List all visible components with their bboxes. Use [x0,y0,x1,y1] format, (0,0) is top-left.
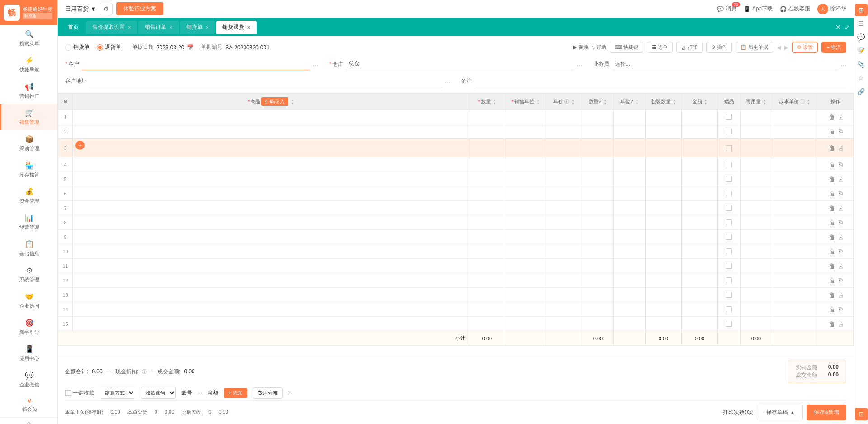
qty-cell[interactable] [469,139,505,157]
price-cell[interactable] [546,288,582,302]
unit2-cell[interactable] [614,273,646,288]
price-cell[interactable] [546,317,582,331]
unit-cell[interactable] [505,259,546,273]
copy-row-btn[interactable]: ⎘ [838,276,843,285]
product-cell[interactable]: + [73,139,469,157]
qty-cell[interactable] [469,124,505,139]
avail-sort-icon[interactable]: ▲▼ [763,99,766,105]
pack-qty-cell[interactable] [646,124,682,139]
gift-cell[interactable] [718,201,741,215]
unit-cell[interactable] [505,201,546,215]
qty-cell[interactable] [469,172,505,186]
product-cell[interactable] [73,317,469,331]
product-cell[interactable] [73,273,469,288]
delete-row-btn[interactable]: 🗑 [828,262,836,271]
copy-row-btn[interactable]: ⎘ [838,218,843,227]
cost-price-cell[interactable] [772,139,817,157]
right-panel-star[interactable]: ☆ [855,71,868,84]
price-cell[interactable] [546,139,582,157]
copy-row-btn[interactable]: ⎘ [838,305,843,314]
available-cell[interactable] [741,244,772,259]
unit-cell[interactable] [505,317,546,331]
sidebar-item-search[interactable]: 🔍 搜索菜单 [0,25,57,52]
delete-row-btn[interactable]: 🗑 [828,204,836,213]
gift-checkbox[interactable] [726,306,732,312]
gift-checkbox[interactable] [726,114,732,120]
sidebar-item-operations[interactable]: 📊 经营管理 [0,209,57,235]
cost-price-cell[interactable] [772,259,817,273]
collect-checkbox-icon[interactable] [65,390,71,396]
gift-checkbox[interactable] [726,321,732,327]
copy-row-btn[interactable]: ⎘ [838,143,843,152]
qty-cell[interactable] [469,215,505,230]
unit2-cell[interactable] [614,288,646,302]
salesman-input[interactable] [612,57,838,70]
add-product-btn[interactable]: + [75,141,85,150]
amount-cell[interactable] [682,139,718,157]
product-cell[interactable] [73,124,469,139]
copy-row-btn[interactable]: ⎘ [838,189,843,198]
available-cell[interactable] [741,317,772,331]
copy-row-btn[interactable]: ⎘ [838,175,843,184]
unit2-cell[interactable] [614,317,646,331]
address-dots[interactable]: ... [445,77,450,85]
pack-qty-cell[interactable] [646,273,682,288]
tab-price-setting[interactable]: 售价提取设置 ✕ [86,21,137,34]
gift-checkbox[interactable] [726,176,732,182]
tab-expand-icon[interactable]: ⤢ [844,24,850,31]
sidebar-item-vip[interactable]: V 畅会员 [0,393,57,417]
gift-cell[interactable] [718,139,741,157]
unit2-cell[interactable] [614,157,646,172]
pack-qty-cell[interactable] [646,302,682,317]
online-service-btn[interactable]: 🎧 在线客服 [780,5,810,13]
scan-btn[interactable]: 扫码录入 [261,97,288,106]
unit2-cell[interactable] [614,139,646,157]
unit2-cell[interactable] [614,201,646,215]
qty2-cell[interactable] [582,139,614,157]
gift-checkbox[interactable] [726,292,732,298]
unit-cell[interactable] [505,157,546,172]
sidebar-item-sales[interactable]: 🛒 销售管理 [0,104,57,130]
user-menu[interactable]: 人 徐泽华 [817,4,846,14]
amount-cell[interactable] [682,273,718,288]
radio-return[interactable]: 退货单 [97,43,121,51]
unit2-cell[interactable] [614,186,646,201]
amount-cell[interactable] [682,186,718,201]
copy-row-btn[interactable]: ⎘ [838,262,843,271]
delete-row-btn[interactable]: 🗑 [828,291,836,300]
available-cell[interactable] [741,186,772,201]
gift-cell[interactable] [718,230,741,244]
amount-cell[interactable] [682,230,718,244]
qty-cell[interactable] [469,201,505,215]
right-panel-link[interactable]: 🔗 [855,85,868,98]
copy-row-btn[interactable]: ⎘ [838,204,843,213]
unit2-cell[interactable] [614,124,646,139]
qty2-cell[interactable] [582,259,614,273]
copy-row-btn[interactable]: ⎘ [838,319,843,329]
delete-row-btn[interactable]: 🗑 [828,276,836,285]
available-cell[interactable] [741,157,772,172]
unit2-cell[interactable] [614,302,646,317]
delete-row-btn[interactable]: 🗑 [828,113,836,122]
unit-cell[interactable] [505,139,546,157]
warehouse-dots[interactable]: ... [577,60,582,67]
cost-price-cell[interactable] [772,110,817,124]
add-payment-btn[interactable]: + 添加 [224,388,247,398]
category-dropdown[interactable]: 日用百货 ▼ [65,5,96,13]
product-cell[interactable] [73,157,469,172]
gift-cell[interactable] [718,172,741,186]
qty-cell[interactable] [469,302,505,317]
copy-row-btn[interactable]: ⎘ [838,127,843,136]
cost-price-cell[interactable] [772,288,817,302]
pack-sort-icon[interactable]: ▲▼ [673,99,676,105]
unit2-sort-icon[interactable]: ▲▼ [636,99,639,105]
amount-cell[interactable] [682,110,718,124]
qty2-cell[interactable] [582,273,614,288]
print-btn[interactable]: 🖨 打印 [676,42,703,53]
gift-cell[interactable] [718,302,741,317]
history-btn[interactable]: 📋 历史单据 [736,42,773,53]
delete-row-btn[interactable]: 🗑 [828,160,836,169]
qty-cell[interactable] [469,230,505,244]
qty2-cell[interactable] [582,172,614,186]
price-cell[interactable] [546,201,582,215]
